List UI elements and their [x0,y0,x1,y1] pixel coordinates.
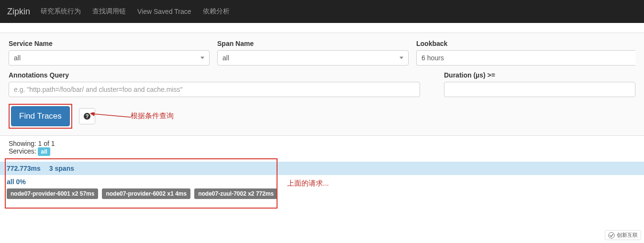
lookback-label: Lookback [416,40,635,47]
trace-span-count: 3 spans [49,165,74,172]
result-meta: Showing: 1 of 1 Services: all [0,136,644,157]
nav-item-find-trace[interactable]: 查找调用链 [87,7,132,16]
duration-input[interactable] [444,82,635,97]
showing-prefix: Showing: [9,140,38,147]
trace-row-header[interactable]: 772.773ms 3 spans [0,162,644,175]
service-chip[interactable]: node07-provider-6001 x2 57ms [7,188,98,199]
brand-link[interactable]: Zipkin [7,7,30,17]
svg-text:?: ? [85,113,89,119]
navbar: Zipkin 研究系统行为 查找调用链 View Saved Trace 依赖分… [0,0,644,23]
svg-line-2 [93,114,131,117]
actions-row: Find Traces ? 根据条件查询 [9,104,635,129]
arrow-annotation-icon [90,112,131,120]
results-annotation-text: 上面的请求... [287,179,329,188]
service-chip[interactable]: node07-provider-6002 x1 4ms [102,188,190,199]
search-panel: Service Name all Span Name all Lookback … [0,33,644,136]
span-name-value: all [222,54,229,62]
span-name-label: Span Name [217,40,409,47]
nav-item-saved-trace[interactable]: View Saved Trace [132,8,197,15]
results-area: 772.773ms 3 spans all 0% node07-provider… [0,157,644,211]
service-name-select[interactable]: all [9,50,210,66]
find-annotation-text: 根据条件查询 [131,111,174,121]
svg-marker-3 [90,112,95,116]
services-prefix: Services: [9,147,38,155]
annotations-label: Annotations Query [9,71,420,79]
lookback-value: 6 hours [422,54,444,62]
annotations-input[interactable] [9,82,420,97]
duration-label: Duration (µs) >= [444,71,635,79]
find-traces-button[interactable]: Find Traces [11,106,70,126]
showing-value: 1 of 1 [38,140,55,147]
service-chip[interactable]: node07-zuul-7002 x2 772ms [194,188,278,199]
trace-chips: node07-provider-6001 x2 57ms node07-prov… [0,188,644,203]
nav-item-investigate[interactable]: 研究系统行为 [35,7,87,16]
chevron-down-icon [400,57,403,59]
service-name-value: all [14,54,21,62]
find-button-highlight: Find Traces [9,104,72,129]
trace-duration: 772.773ms [7,165,41,172]
nav-item-dependencies[interactable]: 依赖分析 [197,7,235,16]
chevron-down-icon [200,57,204,59]
lookback-select[interactable]: 6 hours [416,50,635,66]
service-name-label: Service Name [9,40,210,47]
span-name-select[interactable]: all [217,50,409,66]
services-badge: all [38,147,50,156]
